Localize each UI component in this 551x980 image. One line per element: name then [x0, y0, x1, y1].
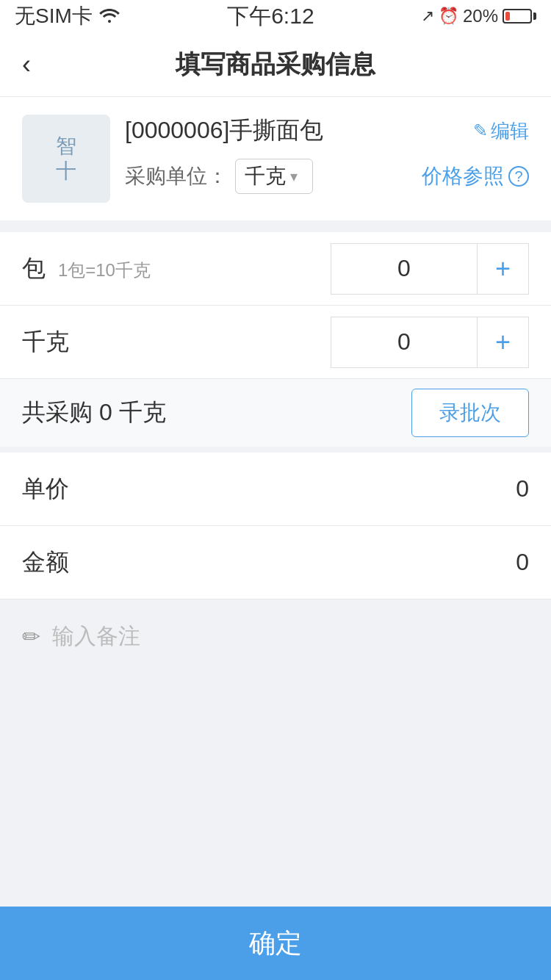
package-label: 包 1包=10千克	[22, 253, 151, 285]
product-info: [0000006]手撕面包 ✎ 编辑 采购单位： 千克 ▾ 价格参照 ?	[125, 115, 529, 194]
package-qty-input[interactable]	[331, 243, 478, 295]
alarm-icon: ⏰	[439, 7, 458, 26]
package-input-controls: +	[331, 243, 529, 295]
product-name: [0000006]手撕面包	[125, 115, 323, 147]
pencil-icon: ✏	[22, 624, 40, 649]
edit-button[interactable]: ✎ 编辑	[473, 118, 529, 144]
unit-value: 千克	[245, 162, 286, 190]
back-button[interactable]: ‹	[22, 49, 31, 80]
location-icon: ↗	[421, 7, 434, 26]
unit-price-label: 单价	[22, 473, 69, 505]
kg-qty-input[interactable]	[331, 317, 478, 368]
price-ref-label: 价格参照	[422, 162, 504, 190]
input-section: 包 1包=10千克 + 千克 +	[0, 232, 551, 379]
wifi-icon	[98, 4, 120, 28]
dropdown-arrow-icon: ▾	[290, 167, 298, 185]
edit-label: 编辑	[491, 118, 529, 144]
package-sub-label: 1包=10千克	[58, 260, 151, 280]
product-name-row: [0000006]手撕面包 ✎ 编辑	[125, 115, 529, 147]
unit-row: 采购单位： 千克 ▾ 价格参照 ?	[125, 159, 529, 194]
kg-plus-button[interactable]: +	[478, 317, 529, 368]
carrier-text: 无SIM卡	[15, 2, 93, 30]
summary-row: 共采购 0 千克 录批次	[0, 379, 551, 453]
status-bar-right: ↗ ⏰ 20%	[421, 6, 536, 26]
product-logo: 智 十	[56, 134, 76, 183]
price-ref-button[interactable]: 价格参照 ?	[422, 162, 529, 190]
battery-percent: 20%	[463, 6, 498, 26]
price-ref-help-icon: ?	[508, 166, 529, 187]
section-divider-1	[0, 226, 551, 232]
kg-label: 千克	[22, 326, 69, 359]
price-section: 单价 0 金额 0	[0, 453, 551, 599]
package-input-row: 包 1包=10千克 +	[0, 232, 551, 306]
confirm-button[interactable]: 确定	[0, 907, 551, 980]
nav-bar: ‹ 填写商品采购信息	[0, 32, 551, 97]
unit-label: 采购单位：	[125, 162, 228, 190]
product-image: 智 十	[22, 115, 110, 203]
page-title: 填写商品采购信息	[176, 48, 375, 82]
summary-text: 共采购 0 千克	[22, 397, 166, 429]
status-bar-left: 无SIM卡	[15, 2, 120, 30]
note-section[interactable]: ✏ 输入备注	[0, 599, 551, 674]
package-plus-button[interactable]: +	[478, 243, 529, 295]
note-placeholder: 输入备注	[52, 621, 140, 652]
edit-icon: ✎	[473, 120, 488, 141]
unit-select[interactable]: 千克 ▾	[235, 159, 313, 194]
unit-selector-group: 采购单位： 千克 ▾	[125, 159, 313, 194]
status-bar-time: 下午6:12	[227, 1, 314, 32]
product-card: 智 十 [0000006]手撕面包 ✎ 编辑 采购单位： 千克 ▾ 价格参照	[0, 97, 551, 226]
amount-label: 金额	[22, 547, 69, 579]
status-bar: 无SIM卡 下午6:12 ↗ ⏰ 20%	[0, 0, 551, 32]
amount-value: 0	[516, 549, 529, 576]
record-batch-button[interactable]: 录批次	[411, 389, 529, 437]
unit-price-value: 0	[516, 475, 529, 502]
battery-icon	[503, 9, 536, 24]
amount-row: 金额 0	[0, 526, 551, 599]
kg-input-controls: +	[331, 317, 529, 368]
unit-price-row: 单价 0	[0, 453, 551, 526]
kg-input-row: 千克 +	[0, 306, 551, 379]
